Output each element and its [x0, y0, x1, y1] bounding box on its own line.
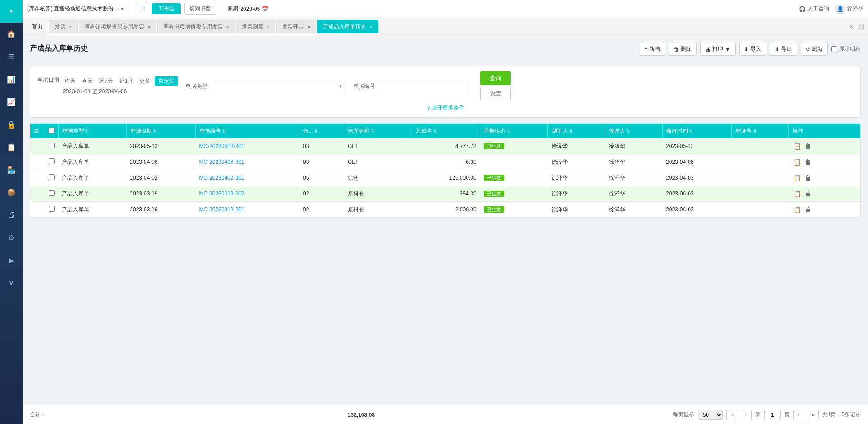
date-option-custom[interactable]: 自定义	[155, 76, 178, 86]
user-menu[interactable]: 👤 徐泽华	[835, 4, 863, 14]
th-modify-time[interactable]: 修改时间⇅	[662, 124, 731, 138]
set-button[interactable]: 设置	[480, 87, 511, 100]
row-checkbox-2[interactable]	[45, 170, 58, 186]
switch-version-button[interactable]: 切到旧版	[184, 3, 216, 15]
delete-button[interactable]: 🗑 删除	[669, 43, 697, 56]
tab-purchase-invoice[interactable]: 查看进项增值税专用发票 ×	[157, 20, 235, 33]
row-edit-btn-3[interactable]: 📋	[793, 189, 802, 198]
tab-purchase-invoice-close[interactable]: ×	[226, 24, 229, 29]
document-icon-btn[interactable]: 📄	[136, 3, 148, 15]
th-doc-no[interactable]: 单据编号⇅	[195, 124, 299, 138]
row-edit-btn-0[interactable]: 📋	[793, 142, 802, 151]
th-warehouse-code[interactable]: 仓...⇅	[299, 124, 344, 138]
show-detail-checkbox-label[interactable]: 显示明细	[831, 45, 861, 53]
app-logo[interactable]: ✦	[0, 0, 23, 23]
tab-home[interactable]: 首页	[26, 20, 48, 33]
sidebar-item-chart[interactable]: 📊	[0, 68, 23, 91]
workbench-button[interactable]: 工作台	[152, 3, 181, 14]
sidebar-item-home[interactable]: 🏠	[0, 23, 23, 45]
row-checkbox-4[interactable]	[45, 202, 58, 218]
th-total-cost[interactable]: 总成本⇅	[412, 124, 480, 138]
row-no-link-1[interactable]: MC-20230406-001	[195, 154, 299, 170]
import-button[interactable]: ⬇ 导入	[739, 43, 766, 56]
tab-product-history[interactable]: 产成品入库单历史 ×	[317, 20, 378, 33]
th-creator[interactable]: 制单人⇅	[548, 124, 605, 138]
print-button[interactable]: 🖨 打印 ▼	[700, 43, 736, 56]
row-no-link-0[interactable]: MC-20230513-001	[195, 138, 299, 154]
row-select-3[interactable]	[49, 190, 55, 196]
tab-invoice[interactable]: 发票 ×	[49, 20, 78, 33]
tab-invoice-open-close[interactable]: ×	[307, 24, 310, 29]
query-button[interactable]: 查询	[480, 71, 511, 85]
tab-close-all-icon[interactable]: ✕	[849, 24, 854, 30]
row-delete-btn-2[interactable]: 🗑	[804, 173, 812, 182]
row-checkbox-0[interactable]	[45, 138, 58, 154]
date-option-more[interactable]: 更多	[137, 77, 152, 86]
row-select-2[interactable]	[49, 174, 55, 180]
th-status[interactable]: 单据状态⇅	[480, 124, 548, 138]
row-select-0[interactable]	[49, 143, 55, 148]
row-delete-btn-4[interactable]: 🗑	[804, 205, 812, 214]
sidebar-item-inventory[interactable]: 📦	[0, 181, 23, 204]
row-delete-btn-0[interactable]: 🗑	[804, 142, 812, 151]
sidebar-item-menu[interactable]: ☰	[0, 45, 23, 68]
tab-product-history-close[interactable]: ×	[370, 24, 373, 29]
sidebar-item-security[interactable]: 🔒	[0, 113, 23, 136]
last-page-btn[interactable]: »	[808, 410, 819, 420]
prev-page-btn[interactable]: ‹	[741, 410, 752, 420]
row-edit-btn-4[interactable]: 📋	[793, 205, 802, 214]
refresh-button[interactable]: ↺ 刷新	[801, 43, 828, 56]
row-delete-btn-3[interactable]: 🗑	[804, 189, 812, 198]
row-no-link-4[interactable]: MC-20230319-001	[195, 202, 299, 218]
date-option-yesterday[interactable]: 昨天	[63, 77, 77, 86]
page-size-select[interactable]: 50 100	[698, 410, 723, 420]
row-delete-btn-1[interactable]: 🗑	[804, 157, 812, 167]
tab-sales-invoice[interactable]: 查看销项增值税专用发票 ×	[79, 20, 156, 33]
tab-invoice-calc-close[interactable]: ×	[267, 24, 270, 29]
select-all-checkbox[interactable]	[49, 128, 55, 133]
th-doc-date[interactable]: 单据日期⇅	[126, 124, 195, 138]
doc-type-select[interactable]	[211, 81, 346, 91]
help-btn[interactable]: 🎧 人工咨询	[799, 5, 829, 13]
th-warehouse-name[interactable]: 仓库名称⇅	[344, 124, 412, 138]
date-option-7days[interactable]: 近7天	[97, 77, 115, 86]
th-modifier[interactable]: 修改人⇅	[605, 124, 663, 138]
row-type-0: 产品入库单	[58, 138, 126, 154]
row-no-link-2[interactable]: MC-20230402-001	[195, 170, 299, 186]
tab-maximize-icon[interactable]: ⬜	[858, 24, 864, 30]
row-edit-btn-2[interactable]: 📋	[793, 173, 802, 182]
th-doc-type[interactable]: 单据类型⇅	[58, 124, 126, 138]
row-checkbox-3[interactable]	[45, 186, 58, 202]
row-select-1[interactable]	[49, 158, 55, 164]
show-detail-checkbox[interactable]	[831, 46, 837, 52]
date-option-today[interactable]: 今天	[80, 77, 94, 86]
expand-conditions-btn[interactable]: ∨ 展开更多条件	[427, 104, 464, 112]
next-page-btn[interactable]: ›	[793, 410, 804, 420]
tab-sales-invoice-close[interactable]: ×	[148, 24, 151, 29]
company-selector[interactable]: (库存核算) 直播轻换通信息技术股份... ▼	[27, 5, 124, 13]
th-checkbox[interactable]	[45, 124, 58, 138]
new-button[interactable]: + 新增	[640, 43, 665, 56]
calendar-icon[interactable]: 📅	[262, 6, 269, 12]
sidebar-item-documents[interactable]: 📋	[0, 136, 23, 158]
row-edit-btn-1[interactable]: 📋	[793, 157, 802, 167]
th-voucher[interactable]: 凭证号⇅	[731, 124, 789, 138]
tab-invoice-open[interactable]: 发票开具 ×	[276, 20, 316, 33]
sidebar-item-warehouse[interactable]: 🏪	[0, 158, 23, 181]
row-no-link-3[interactable]: MC-20230319-002	[195, 186, 299, 202]
tab-invoice-calc[interactable]: 发票测算 ×	[236, 20, 276, 33]
row-select-4[interactable]	[49, 206, 55, 212]
row-checkbox-1[interactable]	[45, 154, 58, 170]
doc-no-input[interactable]	[379, 81, 469, 91]
sidebar-item-analytics[interactable]: 📈	[0, 91, 23, 113]
th-settings[interactable]: ⚙	[30, 124, 45, 138]
first-page-btn[interactable]: «	[726, 410, 737, 420]
export-button[interactable]: ⬆ 导出	[770, 43, 797, 56]
sidebar-item-print[interactable]: 🖨	[0, 204, 23, 226]
sidebar-item-tools[interactable]: ▶	[0, 249, 23, 272]
page-number-input[interactable]	[764, 410, 781, 420]
sidebar-item-version[interactable]: V	[0, 272, 23, 294]
date-option-1month[interactable]: 近1月	[118, 77, 135, 86]
sidebar-item-settings[interactable]: ⚙	[0, 226, 23, 249]
tab-invoice-close[interactable]: ×	[69, 24, 72, 29]
